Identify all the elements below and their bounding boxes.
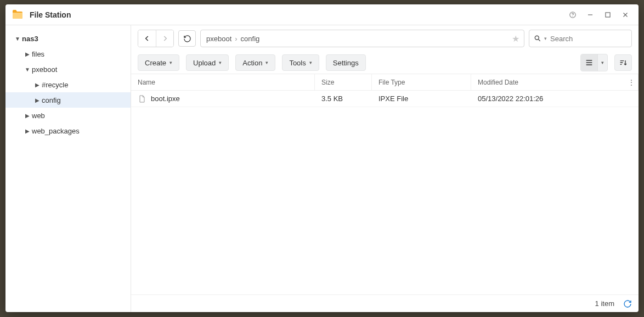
- tree-label: web_packages: [32, 127, 80, 135]
- grid-header: Name Size File Type Modified Date ⋮: [131, 74, 639, 91]
- history-nav: [138, 30, 174, 47]
- action-toolbar: Create▾ Upload▾ Action▾ Tools▾ Settings …: [131, 52, 639, 74]
- app-title: File Station: [30, 10, 71, 19]
- chevron-right-icon: ▶: [23, 128, 32, 134]
- favorite-star-icon[interactable]: ★: [512, 34, 519, 44]
- column-header-name[interactable]: Name: [131, 74, 315, 90]
- svg-rect-3: [606, 12, 610, 16]
- file-icon: [138, 94, 146, 103]
- reload-button[interactable]: [178, 30, 196, 47]
- tree-label: files: [32, 50, 44, 58]
- tree-label: web: [32, 112, 45, 120]
- file-type: IPXE File: [372, 94, 471, 103]
- forward-button[interactable]: [156, 30, 173, 47]
- action-button[interactable]: Action▾: [235, 54, 275, 71]
- chevron-down-icon: ▼: [13, 36, 22, 42]
- column-header-size[interactable]: Size: [315, 74, 372, 90]
- minimize-button[interactable]: [583, 7, 598, 23]
- svg-rect-2: [588, 14, 592, 15]
- breadcrumb-segment[interactable]: pxeboot: [206, 35, 231, 43]
- file-name: boot.ipxe: [151, 94, 180, 103]
- tree-label: pxeboot: [32, 65, 57, 74]
- file-grid: Name Size File Type Modified Date ⋮ boot…: [131, 74, 639, 294]
- caret-down-icon: ▾: [170, 60, 172, 65]
- file-size: 3.5 KB: [315, 94, 372, 103]
- svg-point-1: [572, 16, 573, 16]
- button-label: Upload: [193, 59, 216, 67]
- main-panel: pxeboot › config ★ ▾ Create▾ Upload▾ Act…: [131, 25, 639, 312]
- refresh-button[interactable]: [623, 299, 632, 308]
- column-header-type[interactable]: File Type: [372, 74, 471, 90]
- maximize-button[interactable]: [600, 7, 615, 23]
- tree-item-web-packages[interactable]: ▶ web_packages: [5, 123, 131, 138]
- search-options-caret-icon[interactable]: ▾: [544, 36, 547, 41]
- chevron-right-icon: ›: [235, 35, 237, 43]
- button-label: Tools: [289, 59, 306, 67]
- titlebar: File Station: [5, 4, 639, 25]
- search-icon: [534, 35, 541, 42]
- close-button[interactable]: [618, 7, 633, 23]
- search-input[interactable]: [550, 35, 642, 43]
- file-station-window: File Station ▼ nas3 ▶ files ▼ px: [5, 4, 639, 312]
- chevron-right-icon: ▶: [23, 51, 32, 57]
- caret-down-icon: ▾: [219, 60, 222, 65]
- tree-item-pxeboot[interactable]: ▼ pxeboot: [5, 62, 131, 77]
- chevron-right-icon: ▶: [23, 113, 32, 119]
- column-header-date[interactable]: Modified Date: [471, 74, 639, 90]
- breadcrumb[interactable]: pxeboot › config ★: [200, 30, 524, 47]
- file-row[interactable]: boot.ipxe 3.5 KB IPXE File 05/13/2022 22…: [131, 91, 639, 107]
- caret-down-icon: ▾: [265, 60, 268, 65]
- tree-label: #recycle: [42, 81, 68, 89]
- navigation-toolbar: pxeboot › config ★ ▾: [131, 25, 639, 52]
- button-label: Action: [242, 59, 262, 67]
- list-view-button[interactable]: [581, 54, 597, 71]
- tree-item-config[interactable]: ▶ config: [5, 92, 131, 108]
- chevron-down-icon: ▼: [23, 66, 32, 73]
- tree-item-recycle[interactable]: ▶ #recycle: [5, 77, 131, 92]
- tree-label: nas3: [22, 35, 38, 43]
- view-mode-group: ▾: [580, 54, 608, 71]
- caret-down-icon: ▾: [309, 60, 312, 65]
- tree-item-files[interactable]: ▶ files: [5, 46, 131, 62]
- tree-item-web[interactable]: ▶ web: [5, 108, 131, 123]
- settings-button[interactable]: Settings: [326, 54, 366, 71]
- app-folder-icon: [11, 8, 24, 21]
- grid-body: boot.ipxe 3.5 KB IPXE File 05/13/2022 22…: [131, 91, 639, 294]
- breadcrumb-segment[interactable]: config: [241, 35, 260, 43]
- help-button[interactable]: [565, 7, 580, 23]
- tools-button[interactable]: Tools▾: [282, 54, 319, 71]
- folder-tree: ▼ nas3 ▶ files ▼ pxeboot ▶ #recycle ▶ co…: [5, 25, 131, 312]
- file-modified-date: 05/13/2022 22:01:26: [471, 94, 639, 103]
- tree-label: config: [42, 96, 61, 104]
- upload-button[interactable]: Upload▾: [186, 54, 229, 71]
- item-count: 1 item: [595, 299, 614, 308]
- column-menu-icon[interactable]: ⋮: [628, 78, 635, 87]
- status-bar: 1 item: [131, 294, 639, 312]
- search-box[interactable]: ▾: [529, 30, 632, 47]
- view-mode-caret[interactable]: ▾: [597, 54, 607, 71]
- chevron-right-icon: ▶: [33, 97, 42, 103]
- chevron-right-icon: ▶: [33, 82, 42, 88]
- button-label: Create: [145, 59, 166, 67]
- create-button[interactable]: Create▾: [138, 54, 179, 71]
- back-button[interactable]: [138, 30, 156, 47]
- sort-button[interactable]: [614, 54, 632, 71]
- tree-root-nas3[interactable]: ▼ nas3: [5, 31, 131, 46]
- button-label: Settings: [333, 59, 359, 67]
- svg-point-4: [535, 36, 539, 40]
